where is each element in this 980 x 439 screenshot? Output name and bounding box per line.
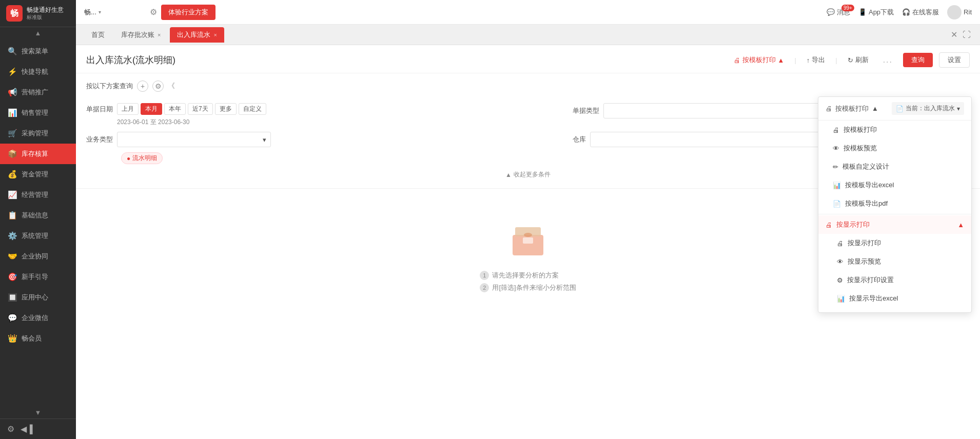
- print-template-button[interactable]: 🖨 按模板打印 ▲: [730, 53, 789, 67]
- export-button[interactable]: ↑ 导出: [802, 53, 830, 67]
- sidebar-item-app-center[interactable]: 🔲 应用中心: [0, 287, 76, 308]
- display-print-section-icon: 🖨: [826, 221, 832, 229]
- filter-collapse-icon[interactable]: 《: [168, 82, 175, 91]
- collapse-button[interactable]: ▲ 收起更多条件: [499, 168, 557, 181]
- sidebar-item-label: 快捷导航: [22, 67, 48, 76]
- step1-text: 请先选择要分析的方案: [492, 271, 559, 280]
- display-print-header-left: 🖨 按显示打印: [826, 220, 870, 229]
- sidebar-item-operation[interactable]: 📈 经营管理: [0, 185, 76, 205]
- date-btn-last7[interactable]: 近7天: [188, 103, 213, 115]
- print-dropdown-icon: ▲: [778, 56, 785, 64]
- sidebar-scroll-down[interactable]: ▼: [0, 407, 76, 418]
- sidebar-nav: 🔍 搜索菜单 ⚡ 快捷导航 📢 营销推广 📊 销售管理 🛒 采购管理 📦 库存核…: [0, 39, 76, 407]
- sidebar-item-label: 企业协同: [22, 252, 48, 261]
- tab-inventory-batch[interactable]: 库存批次账 ×: [114, 27, 168, 43]
- dropdown-item-template-custom[interactable]: ✏ 模板自定义设计: [818, 157, 971, 176]
- sidebar-item-member[interactable]: 👑 畅会员: [0, 328, 76, 349]
- dropdown-panel-header: 🖨 按模板打印 ▲ 📄 当前：出入库流水 ▾: [818, 97, 971, 121]
- topbar-left: 畅... ▾ ⚙ 体验行业方案: [84, 5, 820, 20]
- sidebar-item-basic[interactable]: 📋 基础信息: [0, 205, 76, 226]
- separator2: |: [835, 56, 837, 64]
- sidebar-item-guide[interactable]: 🎯 新手引导: [0, 267, 76, 287]
- flow-detail-tag-icon: ●: [127, 155, 130, 162]
- sidebar-item-finance[interactable]: 💰 资金管理: [0, 164, 76, 185]
- template-export-excel-icon: 📊: [833, 182, 841, 189]
- sidebar-item-label: 畅会员: [22, 334, 42, 343]
- dropdown-item-display-preview[interactable]: 👁 按显示预览: [818, 252, 971, 271]
- display-export-excel-label: 按显示导出excel: [849, 294, 898, 303]
- more-button[interactable]: ...: [879, 53, 897, 67]
- dropdown-item-display-export-excel[interactable]: 📊 按显示导出excel: [818, 289, 971, 308]
- dropdown-item-display-export-pdf[interactable]: 📄 按显示导出pdf: [818, 308, 971, 312]
- tab-home[interactable]: 首页: [84, 27, 112, 43]
- dropdown-item-template-preview[interactable]: 👁 按模板预览: [818, 139, 971, 157]
- inventory-batch-tab-label: 库存批次账: [121, 30, 154, 39]
- sidebar-item-label: 搜索菜单: [22, 47, 48, 56]
- dropdown-item-template-export-excel[interactable]: 📊 按模板导出excel: [818, 176, 971, 194]
- sidebar-scroll-up[interactable]: ▲: [0, 27, 76, 39]
- footer-collapse-icon[interactable]: ◀▐: [21, 424, 32, 434]
- filter-add-button[interactable]: +: [137, 81, 148, 92]
- filter-settings-button[interactable]: ⚙: [152, 81, 164, 92]
- sidebar-item-purchase[interactable]: 🛒 采购管理: [0, 123, 76, 144]
- page-title: 出入库流水(流水明细): [86, 54, 175, 66]
- query-button[interactable]: 查询: [903, 53, 933, 67]
- topbar-settings-icon[interactable]: ⚙: [150, 7, 157, 17]
- footer-settings-icon[interactable]: ⚙: [7, 424, 14, 434]
- dropdown-divider-1: [818, 214, 971, 214]
- sidebar-item-wechat[interactable]: 💬 企业微信: [0, 308, 76, 328]
- topbar-online-service[interactable]: 🎧 在线客服: [902, 8, 939, 17]
- current-tag-label: 当前：出入库流水: [906, 104, 955, 113]
- reset-button[interactable]: 设置: [939, 52, 970, 68]
- inout-flow-close-icon[interactable]: ×: [213, 32, 217, 38]
- sidebar-item-label: 采购管理: [22, 129, 48, 138]
- sidebar-item-sales[interactable]: 📊 销售管理: [0, 103, 76, 123]
- biz-type-filter-label: 业务类型: [86, 135, 113, 144]
- dropdown-panel-title: 🖨 按模板打印 ▲: [826, 104, 878, 113]
- biz-type-dropdown-icon: ▾: [263, 136, 266, 144]
- collapse-up-icon: ▲: [505, 171, 512, 178]
- refresh-icon: ↻: [848, 56, 853, 64]
- sidebar-item-inventory[interactable]: 📦 库存核算: [0, 144, 76, 164]
- inout-flow-tab-label: 出入库流水: [177, 30, 210, 39]
- dropdown-display-print-header[interactable]: 🖨 按显示打印 ▲: [818, 215, 971, 234]
- print-template-label: 按模板打印: [742, 55, 776, 65]
- tab-inout-flow[interactable]: 出入库流水 ×: [170, 27, 224, 43]
- biz-type-select[interactable]: ▾: [117, 132, 271, 147]
- message-badge: 99+: [841, 5, 854, 11]
- dropdown-item-display-print-settings[interactable]: ⚙ 按显示打印设置: [818, 271, 971, 289]
- template-custom-icon: ✏: [833, 163, 838, 171]
- trial-button[interactable]: 体验行业方案: [161, 5, 215, 20]
- step2-text: 用[筛选]条件来缩小分析范围: [492, 283, 576, 292]
- date-btn-this-year[interactable]: 本年: [164, 103, 186, 115]
- topbar-user-avatar[interactable]: Rit: [947, 5, 972, 19]
- date-filter-label: 单据日期: [86, 105, 113, 114]
- refresh-button[interactable]: ↻ 刷新: [844, 53, 873, 67]
- date-btn-more[interactable]: 更多: [215, 103, 237, 115]
- inventory-batch-close-icon[interactable]: ×: [158, 32, 161, 38]
- date-btn-custom[interactable]: 自定义: [239, 103, 266, 115]
- topbar-user-area[interactable]: 畅... ▾: [84, 8, 146, 17]
- tab-expand-button[interactable]: ⛶: [962, 29, 972, 41]
- dropdown-item-template-print[interactable]: 🖨 按模板打印: [818, 121, 971, 139]
- template-print-label: 按模板打印: [844, 125, 877, 134]
- sidebar-item-marketing[interactable]: 📢 营销推广: [0, 82, 76, 103]
- flow-detail-tag[interactable]: ● 流水明细: [121, 152, 163, 164]
- sidebar-item-system[interactable]: ⚙️ 系统管理: [0, 226, 76, 246]
- sidebar-item-cooperation[interactable]: 🤝 企业协同: [0, 246, 76, 267]
- dropdown-item-display-print[interactable]: 🖨 按显示打印: [818, 234, 971, 252]
- sidebar-item-quick-nav[interactable]: ⚡ 快捷导航: [0, 62, 76, 82]
- empty-step-2: 2 用[筛选]条件来缩小分析范围: [480, 283, 576, 292]
- sidebar-item-label: 库存核算: [22, 149, 48, 158]
- dropdown-item-template-export-pdf[interactable]: 📄 按模板导出pdf: [818, 194, 971, 213]
- sidebar-item-search[interactable]: 🔍 搜索菜单: [0, 41, 76, 62]
- topbar-app-download[interactable]: 📱 App下载: [858, 8, 894, 17]
- date-btn-this-month[interactable]: 本月: [141, 103, 162, 115]
- topbar-message[interactable]: 💬 消息 99+: [827, 8, 850, 17]
- sidebar-item-label: 应用中心: [22, 293, 48, 302]
- filter-date-range: 2023-06-01 至 2023-06-30: [117, 118, 189, 127]
- topbar: 畅... ▾ ⚙ 体验行业方案 💬 消息 99+ 📱 App下载 🎧 在线客服: [76, 0, 980, 25]
- sidebar-item-label: 营销推广: [22, 88, 48, 97]
- date-btn-last-month[interactable]: 上月: [117, 103, 139, 115]
- tab-close-all-button[interactable]: ✕: [950, 29, 958, 41]
